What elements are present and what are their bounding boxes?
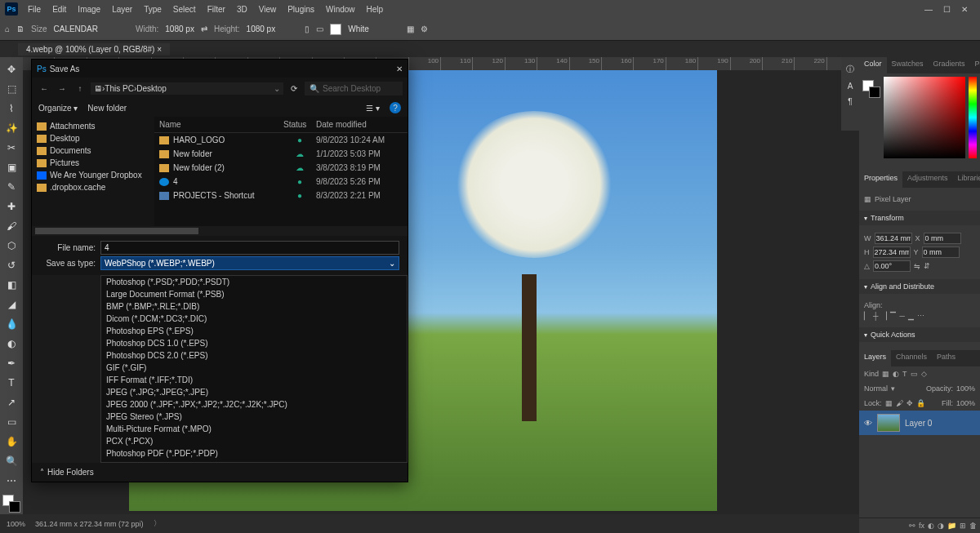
filter-adj-icon[interactable]: ◐ — [893, 370, 899, 378]
align-bot-icon[interactable]: ▁ — [908, 312, 914, 320]
tree-item[interactable]: Attachments — [32, 120, 154, 132]
info-icon[interactable]: ⓘ — [846, 64, 854, 75]
lasso-tool[interactable]: ⌇ — [2, 100, 20, 118]
menu-image[interactable]: Image — [73, 3, 105, 16]
color-swatch[interactable] — [2, 495, 20, 513]
stamp-tool[interactable]: ⬡ — [2, 237, 20, 255]
filter-pixel-icon[interactable]: ▦ — [882, 370, 889, 378]
align-mid-icon[interactable]: ─ — [899, 312, 904, 320]
color-picker[interactable] — [859, 73, 980, 171]
layer-name[interactable]: Layer 0 — [905, 419, 932, 428]
quick-head[interactable]: Quick Actions — [859, 327, 980, 342]
transform-head[interactable]: Transform — [859, 211, 980, 225]
filter-type-icon[interactable]: T — [902, 370, 907, 378]
heal-tool[interactable]: ✚ — [2, 198, 20, 215]
edit-toolbar[interactable]: ⋯ — [2, 472, 20, 490]
eyedropper-tool[interactable]: ✎ — [2, 178, 20, 196]
format-option[interactable]: JPEG (*.JPG;*.JPEG;*.JPE) — [101, 386, 407, 398]
pen-tool[interactable]: ✒ — [2, 354, 20, 372]
eraser-tool[interactable]: ◧ — [2, 276, 20, 294]
hand-tool[interactable]: ✋ — [2, 433, 20, 451]
bg-color-name[interactable]: White — [348, 24, 369, 33]
format-option[interactable]: GIF (*.GIF) — [101, 362, 407, 374]
close-tab-icon[interactable]: × — [157, 45, 162, 54]
format-option[interactable]: Dicom (*.DCM;*.DC3;*.DIC) — [101, 313, 407, 325]
lock-trans-icon[interactable]: ▦ — [885, 399, 893, 407]
file-list[interactable]: Name Status Date modified HARO_LOGO●9/8/… — [154, 117, 408, 226]
align-center-icon[interactable]: ┼ — [873, 312, 878, 320]
link-layers-icon[interactable]: ⚯ — [909, 522, 915, 530]
tab-paths[interactable]: Paths — [932, 350, 960, 366]
dodge-tool[interactable]: ◐ — [2, 335, 20, 353]
tab-properties[interactable]: Properties — [859, 171, 902, 188]
fx-icon[interactable]: fx — [919, 522, 924, 530]
nav-fwd-icon[interactable]: → — [55, 84, 69, 93]
format-option[interactable]: Photoshop EPS (*.EPS) — [101, 325, 407, 337]
close-icon[interactable]: ✕ — [959, 5, 970, 14]
format-option[interactable]: Multi-Picture Format (*.MPO) — [101, 423, 407, 435]
h-input[interactable] — [873, 247, 911, 258]
align-top-icon[interactable]: ▔ — [890, 312, 896, 320]
lock-pos-icon[interactable]: ✥ — [906, 399, 913, 407]
adj-icon[interactable]: ◑ — [938, 522, 944, 530]
menu-3d[interactable]: 3D — [232, 3, 252, 16]
file-row[interactable]: PROJECTS - Shortcut●8/3/2023 2:21 PM — [154, 189, 408, 202]
filter-shape-icon[interactable]: ▭ — [911, 370, 918, 378]
col-date[interactable]: Date modified — [316, 120, 403, 129]
zoom-level[interactable]: 100% — [7, 520, 25, 528]
tab-libraries[interactable]: Libraries — [953, 171, 980, 188]
save-type-combo[interactable]: WebPShop (*.WEBP;*.WEBP)⌄ — [100, 256, 399, 270]
bg-swatch[interactable] — [330, 24, 341, 35]
tree-item[interactable]: .dropbox.cache — [32, 181, 154, 193]
format-option[interactable]: Photoshop DCS 1.0 (*.EPS) — [101, 337, 407, 349]
tab-color[interactable]: Color — [859, 57, 887, 73]
para-icon[interactable]: ¶ — [848, 97, 852, 106]
align-left-icon[interactable]: ▏ — [864, 312, 870, 320]
y-input[interactable] — [922, 247, 960, 258]
view-button[interactable]: ☰ ▾ — [366, 104, 380, 113]
settings-icon[interactable]: ⚙ — [421, 24, 428, 33]
home-icon[interactable]: ⌂ — [5, 24, 10, 33]
menu-filter[interactable]: Filter — [203, 3, 230, 16]
refresh-icon[interactable]: ⟳ — [287, 84, 301, 93]
path-tool[interactable]: ↗ — [2, 393, 20, 411]
artboard-icon[interactable]: ▦ — [407, 24, 414, 33]
format-option[interactable]: BMP (*.BMP;*.RLE;*.DIB) — [101, 300, 407, 313]
width-value[interactable]: 1080 px — [165, 24, 194, 33]
x-input[interactable] — [924, 233, 961, 244]
lock-all-icon[interactable]: 🔒 — [916, 399, 925, 407]
menu-layer[interactable]: Layer — [107, 3, 137, 16]
tab-gradients[interactable]: Gradients — [929, 57, 970, 73]
crop-tool[interactable]: ✂ — [2, 139, 20, 157]
tab-layers[interactable]: Layers — [859, 350, 891, 366]
frame-tool[interactable]: ▣ — [2, 158, 20, 176]
group-icon[interactable]: 📁 — [947, 522, 956, 530]
move-tool[interactable]: ✥ — [2, 60, 20, 78]
new-doc-icon[interactable]: 🗎 — [16, 24, 24, 33]
w-input[interactable] — [875, 233, 912, 244]
format-option[interactable]: Photoshop (*.PSD;*.PDD;*.PSDT) — [101, 276, 407, 288]
crumb-dropdown-icon[interactable]: ⌄ — [274, 84, 280, 93]
align-head[interactable]: Align and Distribute — [859, 279, 980, 294]
filter-smart-icon[interactable]: ◇ — [921, 370, 927, 378]
new-folder-button[interactable]: New folder — [87, 104, 127, 113]
crumb-0[interactable]: This PC — [105, 84, 134, 93]
orientation-portrait-icon[interactable]: ▯ — [305, 24, 310, 33]
tab-adjustments[interactable]: Adjustments — [902, 171, 953, 188]
blur-tool[interactable]: 💧 — [2, 315, 20, 333]
link-icon[interactable]: ⇄ — [201, 24, 207, 33]
wand-tool[interactable]: ✨ — [2, 119, 20, 137]
minimize-icon[interactable]: — — [923, 5, 934, 14]
format-option[interactable]: JPEG 2000 (*.JPF;*.JPX;*.JP2;*.J2C;*.J2K… — [101, 398, 407, 411]
search-input[interactable]: 🔍Search Desktop — [305, 82, 403, 95]
shape-tool[interactable]: ▭ — [2, 413, 20, 431]
size-value[interactable]: CALENDAR — [54, 24, 98, 33]
trash-icon[interactable]: 🗑 — [969, 522, 977, 530]
blend-mode[interactable]: Normal — [864, 384, 888, 393]
col-name[interactable]: Name — [159, 120, 283, 129]
visibility-icon[interactable]: 👁 — [864, 419, 872, 428]
new-layer-icon[interactable]: ⊞ — [960, 522, 966, 530]
format-option[interactable]: Photoshop DCS 2.0 (*.EPS) — [101, 349, 407, 362]
format-dropdown[interactable]: Photoshop (*.PSD;*.PDD;*.PSDT)Large Docu… — [100, 275, 408, 463]
file-name-input[interactable]: 4 — [100, 241, 399, 255]
